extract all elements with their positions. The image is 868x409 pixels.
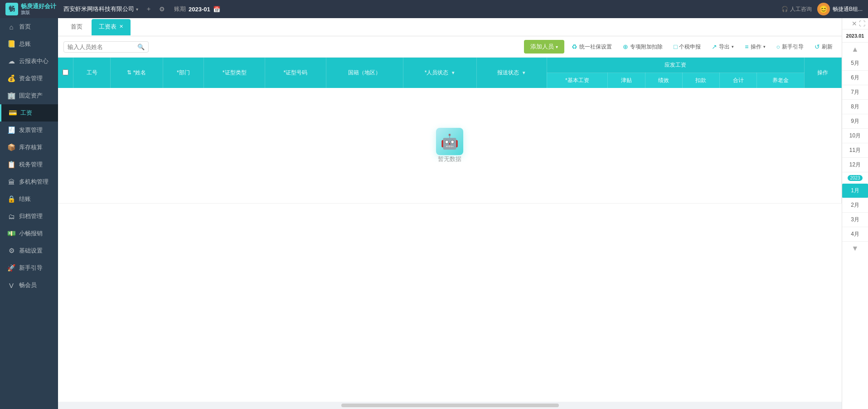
operations-btn[interactable]: ≡ 操作 ▾: [741, 41, 769, 53]
sidebar-item-inventory[interactable]: 📦库存核算: [0, 139, 58, 156]
settings-icon[interactable]: ⚙: [157, 4, 167, 15]
month-item-8[interactable]: 8月: [842, 100, 868, 114]
header-icons: ＋ ⚙: [144, 3, 167, 15]
sidebar-item-guide[interactable]: 🚀新手引导: [0, 259, 58, 277]
sidebar-item-ledger[interactable]: 📒总账: [0, 35, 58, 53]
social-security-label: 统一社保设置: [579, 43, 612, 51]
checkbox-header[interactable]: [58, 58, 73, 88]
logo-icon: 畅: [5, 3, 18, 15]
sort-name-icon[interactable]: ⇅: [127, 69, 131, 76]
export-label: 导出: [719, 43, 730, 51]
table-wrap: 工号 ⇅ *姓名 *部门 *证型类型 *证型号码 国籍（地区） *人员状态 ▼ …: [58, 58, 842, 402]
report-filter-icon[interactable]: ▼: [522, 70, 526, 75]
user-name: 畅捷通B组...: [833, 5, 863, 13]
service-button[interactable]: 🎧 人工咨询: [781, 5, 812, 13]
horizontal-scrollbar[interactable]: [341, 404, 559, 407]
sidebar-label-guide: 新手引导: [19, 264, 43, 272]
sidebar-icon-assets: 🏢: [7, 92, 15, 100]
sidebar-item-salary[interactable]: 💳工资: [0, 104, 58, 122]
operations-label: 操作: [751, 43, 761, 51]
th-cert-type: *证型类型: [204, 58, 265, 88]
add-person-button[interactable]: 添加人员 ▾: [524, 40, 564, 54]
sidebar-item-vip[interactable]: V畅会员: [0, 277, 58, 294]
sidebar-item-tax[interactable]: 📋税务管理: [0, 156, 58, 173]
tab-home[interactable]: 首页: [63, 19, 90, 35]
tab-close-icon[interactable]: ✕: [119, 24, 123, 29]
sidebar-item-multi[interactable]: 🏛多机构管理: [0, 173, 58, 190]
month-item-10[interactable]: 10月: [842, 129, 868, 143]
tab-bar: 首页 工资表 ✕: [58, 18, 842, 36]
sidebar-icon-expense: 💵: [7, 229, 15, 238]
sidebar-icon-settings: ⚙: [7, 247, 15, 255]
right-panel: ✕ ⛶ 2023.01 ▲ 5月 6月 7月 8月 9月 10月 11月 12月…: [842, 18, 868, 409]
logo-main: 畅庚通好会计: [21, 3, 56, 10]
sidebar-label-archive: 归档管理: [19, 212, 43, 220]
year-badge: 2023: [848, 175, 862, 181]
sidebar-icon-archive: 🗂: [7, 213, 15, 220]
month-item-7[interactable]: 7月: [842, 85, 868, 100]
company-dropdown-icon[interactable]: ▾: [136, 7, 138, 12]
month-item-11[interactable]: 11月: [842, 143, 868, 158]
sidebar-item-settings[interactable]: ⚙基础设置: [0, 242, 58, 259]
tax-declare-icon: □: [674, 43, 677, 50]
th-action: 操作: [804, 58, 841, 88]
sidebar-icon-ledger: 📒: [7, 40, 15, 48]
sidebar-label-inventory: 库存核算: [19, 143, 43, 151]
th-status: *人员状态 ▼: [403, 58, 477, 88]
sidebar-icon-invoice: 🧾: [7, 126, 15, 134]
sidebar-item-close[interactable]: 🔒结账: [0, 190, 58, 208]
sidebar-item-funds[interactable]: 💰资金管理: [0, 70, 58, 87]
sidebar-label-home: 首页: [19, 23, 31, 31]
year-badge-area: 2023: [842, 172, 868, 184]
calendar-icon[interactable]: 📅: [213, 6, 220, 13]
operations-dropdown-icon: ▾: [763, 44, 766, 49]
sidebar-item-invoice[interactable]: 🧾发票管理: [0, 122, 58, 139]
company-selector[interactable]: 西安虾米网络科技有限公司 ▾: [63, 5, 138, 13]
month-item-5[interactable]: 5月: [842, 56, 868, 71]
logo-letter: 畅: [9, 5, 15, 13]
search-input[interactable]: [68, 44, 136, 50]
header-right: 🎧 人工咨询 😊 畅捷通B组...: [781, 3, 863, 15]
panel-scroll-down[interactable]: ▼: [842, 242, 868, 255]
search-icon: 🔍: [137, 44, 145, 50]
sidebar-item-cloud[interactable]: ☁云报表中心: [0, 53, 58, 70]
sidebar-item-expense[interactable]: 💵小畅报销: [0, 225, 58, 242]
tab-salary-table[interactable]: 工资表 ✕: [92, 19, 131, 35]
add-icon[interactable]: ＋: [144, 3, 154, 15]
status-filter-icon[interactable]: ▼: [451, 70, 456, 75]
sidebar-item-archive[interactable]: 🗂归档管理: [0, 208, 58, 225]
period-value: 2023-01: [189, 6, 210, 13]
month-item-3[interactable]: 3月: [842, 213, 868, 227]
refresh-btn[interactable]: ↺ 刷新: [811, 41, 836, 53]
month-item-12[interactable]: 12月: [842, 158, 868, 172]
social-security-btn[interactable]: ♻ 统一社保设置: [568, 41, 616, 53]
month-item-2[interactable]: 2月: [842, 198, 868, 213]
month-item-1[interactable]: 1月: [842, 184, 868, 198]
sidebar-item-home[interactable]: ⌂首页: [0, 18, 58, 35]
month-item-4[interactable]: 4月: [842, 227, 868, 242]
export-dropdown-icon: ▾: [732, 44, 734, 49]
add-person-label: 添加人员: [530, 43, 554, 51]
guide-btn[interactable]: ○ 新手引导: [773, 41, 807, 53]
refresh-label: 刷新: [822, 43, 833, 51]
month-item-6[interactable]: 6月: [842, 71, 868, 85]
th-salary-group: 应发工资: [547, 58, 804, 73]
th-emp-id: 工号: [73, 58, 111, 88]
select-all-checkbox[interactable]: [63, 69, 68, 75]
panel-header: 2023.01: [842, 29, 868, 43]
sidebar-item-assets[interactable]: 🏢固定资产: [0, 87, 58, 104]
panel-expand-button[interactable]: ⛶: [859, 20, 865, 27]
panel-scroll-up[interactable]: ▲: [842, 43, 868, 56]
company-name: 西安虾米网络科技有限公司: [63, 5, 134, 13]
month-item-9[interactable]: 9月: [842, 114, 868, 129]
panel-close-button[interactable]: ✕: [852, 20, 857, 27]
guide-label: 新手引导: [782, 43, 804, 51]
main-layout: ⌂首页📒总账☁云报表中心💰资金管理🏢固定资产💳工资🧾发票管理📦库存核算📋税务管理…: [0, 18, 868, 409]
add-person-dropdown-icon: ▾: [556, 44, 558, 49]
special-deduct-btn[interactable]: ⊕ 专项附加扣除: [619, 41, 666, 53]
sidebar-icon-cloud: ☁: [7, 57, 15, 65]
th-name: ⇅ *姓名: [111, 58, 163, 88]
export-btn[interactable]: ↗ 导出 ▾: [708, 41, 737, 53]
tax-declare-btn[interactable]: □ 个税申报: [670, 41, 704, 53]
period-area: 账期 2023-01 📅: [174, 5, 220, 13]
